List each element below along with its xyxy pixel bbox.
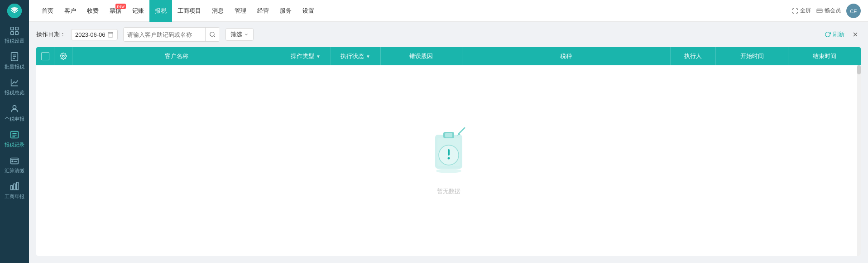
nav-item-tax[interactable]: 报税	[149, 0, 172, 22]
nav-label-tax: 报税	[155, 7, 167, 15]
svg-point-15	[12, 161, 13, 162]
svg-rect-38	[448, 149, 450, 156]
nav-item-bookkeeping[interactable]: 记账	[127, 0, 149, 22]
sidebar-item-label-personal-tax: 个税申报	[5, 116, 24, 122]
close-icon	[852, 31, 859, 38]
svg-line-29	[214, 36, 215, 37]
scrollbar[interactable]	[857, 65, 861, 256]
batch-tax-icon	[9, 51, 20, 62]
sidebar-item-tax-settings[interactable]: 报税设置	[0, 22, 29, 48]
member-button[interactable]: 畅会员	[816, 7, 841, 15]
date-value: 2023-06-06	[75, 31, 106, 38]
tax-record-icon	[9, 129, 20, 140]
empty-state: 暂无数据	[426, 126, 471, 195]
nav-item-settings[interactable]: 设置	[297, 0, 320, 22]
th-settings[interactable]	[54, 47, 72, 65]
select-all-checkbox[interactable]	[41, 52, 49, 60]
settlement-icon	[9, 155, 20, 166]
sidebar-item-settlement[interactable]: 汇算清缴	[0, 151, 29, 177]
table-body: 暂无数据	[36, 65, 861, 256]
svg-point-9	[13, 105, 16, 108]
main-area: 首页 客户 收费 票据 new 记账 报税 工商项目 消息 管理 经营	[29, 0, 868, 263]
table-header: 客户名称 操作类型 ▼ 执行状态 ▼ 错误股因 税种 执行人	[36, 47, 861, 65]
svg-text:CE: CE	[850, 9, 857, 14]
logo-icon	[7, 4, 22, 18]
sidebar-item-tax-summary[interactable]: 报税总览	[0, 73, 29, 99]
nav-item-billing[interactable]: 收费	[82, 0, 104, 22]
th-tax: 税种	[462, 47, 671, 65]
th-label-executor: 执行人	[684, 52, 702, 60]
refresh-button[interactable]: 刷新	[825, 30, 844, 39]
nav-item-customer[interactable]: 客户	[59, 0, 82, 22]
filter-label: 筛选	[230, 30, 242, 39]
filter-button[interactable]: 筛选	[225, 28, 254, 41]
th-executor: 执行人	[671, 47, 716, 65]
nav-label-settings: 设置	[302, 7, 314, 15]
nav-badge-invoice: new	[115, 4, 126, 10]
nav-label-billing: 收费	[87, 7, 99, 15]
top-nav: 首页 客户 收费 票据 new 记账 报税 工商项目 消息 管理 经营	[29, 0, 868, 22]
svg-rect-24	[108, 32, 113, 37]
svg-rect-20	[817, 9, 822, 12]
nav-item-management[interactable]: 管理	[229, 0, 252, 22]
th-status[interactable]: 执行状态 ▼	[331, 47, 381, 65]
nav-item-messages[interactable]: 消息	[206, 0, 229, 22]
search-button[interactable]	[205, 28, 220, 41]
nav-item-industry[interactable]: 工商项目	[172, 0, 206, 22]
nav-label-bookkeeping: 记账	[132, 7, 144, 15]
tax-settings-icon	[9, 25, 20, 36]
fullscreen-button[interactable]: 全屏	[792, 7, 811, 15]
sidebar-item-tax-record[interactable]: 报税记录	[0, 126, 29, 151]
sidebar-item-batch-tax[interactable]: 批量报税	[0, 48, 29, 73]
th-start: 开始时间	[716, 47, 788, 65]
scroll-thumb[interactable]	[857, 65, 861, 74]
th-label-status: 执行状态	[340, 52, 364, 60]
th-end: 结束时间	[788, 47, 861, 65]
svg-rect-3	[11, 32, 14, 34]
table-container: 客户名称 操作类型 ▼ 执行状态 ▼ 错误股因 税种 执行人	[36, 47, 861, 256]
nav-item-home[interactable]: 首页	[36, 0, 59, 22]
th-label-start: 开始时间	[740, 52, 764, 60]
close-button[interactable]	[850, 29, 861, 40]
th-customer: 客户名称	[72, 47, 281, 65]
nav-label-finance: 经营	[257, 7, 269, 15]
nav-right: 全屏 畅会员 CE	[792, 4, 861, 18]
search-wrap	[123, 27, 220, 42]
svg-line-40	[459, 128, 465, 134]
nav-label-management: 管理	[235, 7, 246, 15]
svg-rect-1	[11, 27, 14, 30]
search-icon	[209, 31, 216, 38]
svg-point-28	[210, 32, 214, 36]
sidebar-item-annual-report[interactable]: 工商年报	[0, 177, 29, 203]
sidebar-item-label-tax-settings: 报税设置	[5, 38, 24, 44]
nav-label-customer: 客户	[64, 7, 76, 15]
sort-icon-optype: ▼	[316, 54, 321, 59]
nav-label-messages: 消息	[212, 7, 224, 15]
th-checkbox[interactable]	[36, 47, 54, 65]
calendar-icon	[107, 31, 114, 38]
toolbar: 操作日期： 2023-06-06	[29, 22, 868, 47]
nav-item-invoice[interactable]: 票据 new	[104, 0, 127, 22]
sidebar-logo	[0, 0, 29, 22]
date-label: 操作日期：	[36, 30, 66, 39]
search-input[interactable]	[124, 29, 205, 40]
sidebar-item-personal-tax[interactable]: 个税申报	[0, 100, 29, 126]
svg-rect-4	[15, 32, 18, 34]
annual-report-icon	[9, 181, 20, 192]
svg-point-32	[62, 55, 64, 57]
th-optype[interactable]: 操作类型 ▼	[281, 47, 331, 65]
user-avatar[interactable]: CE	[846, 4, 861, 18]
page-content: 操作日期： 2023-06-06	[29, 22, 868, 263]
sort-icon-status: ▼	[366, 54, 370, 59]
refresh-label: 刷新	[833, 30, 844, 39]
date-picker[interactable]: 2023-06-06	[71, 29, 118, 40]
member-label: 畅会员	[825, 7, 841, 15]
th-label-optype: 操作类型	[291, 52, 314, 60]
nav-label-services: 服务	[280, 7, 292, 15]
th-label-tax: 税种	[560, 52, 572, 60]
sidebar-item-label-annual-report: 工商年报	[5, 194, 24, 200]
fullscreen-label: 全屏	[800, 7, 811, 15]
nav-item-services[interactable]: 服务	[274, 0, 297, 22]
sidebar-item-label-batch-tax: 批量报税	[5, 64, 24, 70]
nav-item-finance[interactable]: 经营	[252, 0, 274, 22]
